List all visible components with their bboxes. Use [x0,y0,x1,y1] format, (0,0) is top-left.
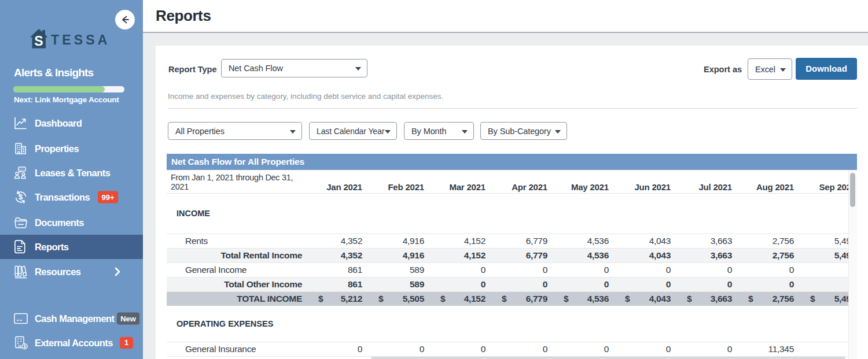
svg-text:$: $ [23,343,26,349]
svg-text:S: S [34,34,43,49]
